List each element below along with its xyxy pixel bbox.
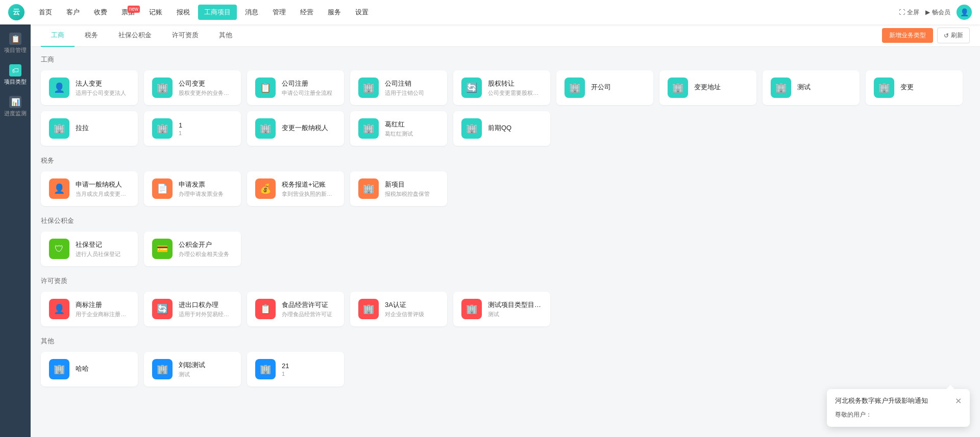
card-text: 食品经营许可证办理食品经营许可证	[282, 300, 336, 318]
card-text: 公司注销适用于注销公司	[385, 79, 439, 97]
badge-new: new	[128, 6, 140, 13]
card-desc: 适用于公司变更法人	[76, 89, 130, 97]
card-icon: 🛡	[49, 239, 69, 259]
service-card-21[interactable]: 🏢211	[247, 352, 344, 387]
service-card-变更一般纳税人[interactable]: 🏢变更一般纳税人	[247, 111, 344, 146]
service-card-食品经营许可证[interactable]: 📋食品经营许可证办理食品经营许可证	[247, 292, 344, 326]
sub-tab-许可资质[interactable]: 许可资质	[162, 24, 209, 47]
card-icon: 🏢	[49, 118, 69, 139]
service-card-商标注册[interactable]: 👤商标注册用于企业商标注册服务	[41, 292, 138, 326]
card-name: 变更	[900, 83, 954, 92]
service-card-哈哈[interactable]: 🏢哈哈	[41, 352, 138, 387]
service-card-变更地址[interactable]: 🏢变更地址	[659, 70, 756, 105]
refresh-button[interactable]: ↺ 刷新	[937, 28, 970, 43]
fullscreen-button[interactable]: ⛶ 全屏	[899, 8, 919, 17]
avatar[interactable]: 👤	[957, 5, 972, 20]
section-title: 工商	[41, 55, 970, 64]
service-card-社保登记[interactable]: 🛡社保登记进行人员社保登记	[41, 232, 138, 266]
service-card-税务报道+记账[interactable]: 💰税务报道+记账拿到营业执照的新公司	[247, 171, 344, 206]
sub-tab-社保公积金[interactable]: 社保公积金	[108, 24, 162, 47]
nav-item-票据[interactable]: 票据new	[115, 5, 141, 20]
card-icon: 🏢	[49, 359, 69, 379]
avatar-icon: 👤	[960, 8, 969, 16]
notif-triangle	[946, 385, 954, 389]
card-text: 开公司	[591, 83, 645, 93]
nav-item-服务[interactable]: 服务	[322, 5, 347, 20]
card-text: 变更	[900, 83, 954, 93]
service-card-申请发票[interactable]: 📄申请发票办理申请发票业务	[144, 171, 241, 206]
nav-item-消息[interactable]: 消息	[239, 5, 264, 20]
new-type-button[interactable]: 新增业务类型	[882, 28, 933, 43]
service-card-葛红红[interactable]: 🏢葛红红葛红红测试	[350, 111, 447, 146]
card-text: 申请一般纳税人当月或次月成变更完成	[76, 180, 130, 198]
service-card-法人变更[interactable]: 👤法人变更适用于公司变更法人	[41, 70, 138, 105]
card-icon: 🏢	[461, 118, 482, 139]
card-text: 测试项目类型目定义测试	[488, 300, 542, 318]
nav-item-报税[interactable]: 报税	[170, 5, 196, 20]
service-card-3A认证[interactable]: 🏢3A认证对企业信誉评级	[350, 292, 447, 326]
service-card-进出口权办理[interactable]: 🔄进出口权办理适用于对外贸易经营者	[144, 292, 241, 326]
card-name: 商标注册	[76, 300, 130, 310]
sub-tab-税务[interactable]: 税务	[75, 24, 108, 47]
card-text: 商标注册用于企业商标注册服务	[76, 300, 130, 318]
service-card-开公司[interactable]: 🏢开公司	[556, 70, 653, 105]
nav-item-记账[interactable]: 记账	[143, 5, 168, 20]
sub-nav: 工商税务社保公积金许可资质其他 新增业务类型 ↺ 刷新	[31, 24, 980, 47]
nav-item-收费[interactable]: 收费	[88, 5, 113, 20]
service-card-公积金开户[interactable]: 💳公积金开户办理公积金相关业务	[144, 232, 241, 266]
notification-popup: 河北税务数字账户升级影响通知 ✕ 尊敬的用户：	[827, 389, 970, 427]
card-text: 法人变更适用于公司变更法人	[76, 79, 130, 97]
service-card-公司变更[interactable]: 🏢公司变更股权变更外的业务变更	[144, 70, 241, 105]
service-card-前期QQ[interactable]: 🏢前期QQ	[453, 111, 550, 146]
section-社保公积金: 社保公积金🛡社保登记进行人员社保登记💳公积金开户办理公积金相关业务	[41, 216, 970, 266]
service-card-新项目[interactable]: 🏢新项目报税加税控盘保管	[350, 171, 447, 206]
member-button[interactable]: ▶ 畅会员	[925, 8, 950, 17]
card-desc: 办理申请发票业务	[179, 190, 233, 198]
card-desc: 用于企业商标注册服务	[76, 311, 130, 318]
card-desc: 适用于对外贸易经营者	[179, 311, 233, 318]
service-card-申请一般纳税人[interactable]: 👤申请一般纳税人当月或次月成变更完成	[41, 171, 138, 206]
card-text: 申请发票办理申请发票业务	[179, 180, 233, 198]
service-card-变更[interactable]: 🏢变更	[866, 70, 963, 105]
card-desc: 报税加税控盘保管	[385, 190, 439, 198]
card-name: 测试	[797, 83, 851, 92]
service-card-测试[interactable]: 🏢测试	[763, 70, 860, 105]
notif-close-button[interactable]: ✕	[955, 396, 962, 406]
card-text: 变更一般纳税人	[282, 123, 336, 134]
card-desc: 葛红红测试	[385, 130, 439, 138]
card-icon: 👤	[49, 299, 69, 319]
nav-item-设置[interactable]: 设置	[349, 5, 375, 20]
service-card-测试项目类型目定义[interactable]: 🏢测试项目类型目定义测试	[453, 292, 550, 326]
service-card-股权转让[interactable]: 🔄股权转让公司变更需要股权转让	[453, 70, 550, 105]
card-desc: 适用于注销公司	[385, 89, 439, 97]
card-text: 211	[282, 362, 336, 377]
nav-item-客户[interactable]: 客户	[60, 5, 86, 20]
sub-tab-其他[interactable]: 其他	[209, 24, 242, 47]
nav-item-工商项目[interactable]: 工商项目	[198, 5, 237, 20]
card-icon: 📄	[152, 178, 173, 199]
card-name: 21	[282, 362, 336, 370]
sub-nav-actions: 新增业务类型 ↺ 刷新	[882, 28, 970, 43]
sidebar: 📋 项目管理 🏷 项目类型 📊 进度监测	[0, 24, 31, 437]
service-card-公司注册[interactable]: 📋公司注册申请公司注册全流程	[247, 70, 344, 105]
nav-item-经营[interactable]: 经营	[294, 5, 320, 20]
card-icon: 🏢	[152, 118, 173, 139]
card-icon: 🏢	[255, 118, 276, 139]
card-text: 测试	[797, 83, 851, 93]
service-card-公司注销[interactable]: 🏢公司注销适用于注销公司	[350, 70, 447, 105]
fullscreen-icon: ⛶	[899, 9, 905, 16]
sidebar-item-进度监测[interactable]: 📊 进度监测	[2, 92, 29, 121]
service-card-刘聪测试[interactable]: 🏢刘聪测试测试	[144, 352, 241, 387]
sidebar-item-项目类型[interactable]: 🏷 项目类型	[2, 60, 29, 90]
sidebar-item-项目管理[interactable]: 📋 项目管理	[2, 29, 29, 58]
sub-tab-工商[interactable]: 工商	[41, 24, 75, 47]
service-card-拉拉[interactable]: 🏢拉拉	[41, 111, 138, 146]
nav-item-管理[interactable]: 管理	[266, 5, 292, 20]
card-desc: 进行人员社保登记	[76, 250, 130, 258]
nav-item-首页[interactable]: 首页	[33, 5, 58, 20]
card-text: 葛红红葛红红测试	[385, 120, 439, 138]
sidebar-label: 项目类型	[4, 78, 27, 86]
card-desc: 1	[282, 371, 336, 377]
card-text: 税务报道+记账拿到营业执照的新公司	[282, 180, 336, 198]
service-card-1[interactable]: 🏢11	[144, 111, 241, 146]
